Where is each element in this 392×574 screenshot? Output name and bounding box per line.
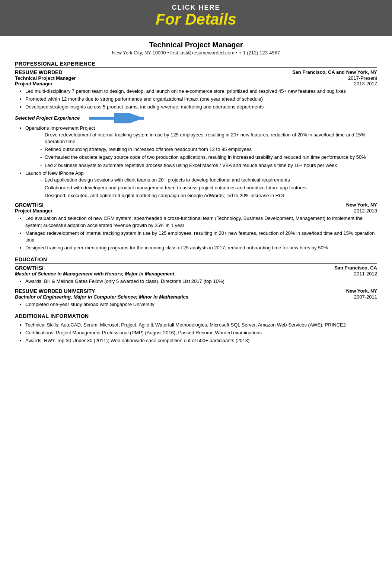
- bullet-item: Led multi-disciplinary 7 person team to …: [25, 88, 377, 95]
- blue-arrow-icon: [89, 113, 149, 123]
- bullet-item: Promoted within 12 months due to strong …: [25, 96, 377, 102]
- bullet-item: Awards: Bill & Melinda Gates Fellow (onl…: [25, 278, 377, 285]
- school-rw-university: RESUME WORDED UNIVERSITY New York, NY Ba…: [15, 288, 377, 308]
- resume-contact: New York City, NY 10000 • first.last@res…: [15, 50, 377, 56]
- sub-bullet: Collaborated with developers and product…: [40, 184, 377, 191]
- company-location-growthsi: New York, NY: [346, 202, 377, 208]
- additional-bullet-awards: Awards: RW's Top 30 Under 30 (2011); Won…: [25, 337, 377, 344]
- job-title-1: Technical Project Manager: [15, 75, 348, 81]
- bullet-item: Managed redevelopment of internal tracki…: [25, 230, 377, 243]
- additional-bullet-skills: Technical Skills: AutoCAD, Scrum, Micros…: [25, 322, 377, 328]
- project-ops-list: Operations Improvement Project Drove red…: [25, 125, 377, 199]
- section-professional-experience: PROFESSIONAL EXPERIENCE: [15, 61, 377, 68]
- sub-bullet: Designed, executed, and optimized digita…: [40, 192, 377, 199]
- job-resume-worded: RESUME WORDED San Francisco, CA and New …: [15, 69, 377, 199]
- sub-bullet: Overhauled the obsolete legacy source co…: [40, 154, 377, 161]
- sub-bullet: Refined outsourcing strategy, resulting …: [40, 146, 377, 153]
- selected-project-header: Selected Project Experience: [15, 113, 377, 123]
- project-title-iphone: Launch of New iPhone App Led application…: [25, 170, 377, 199]
- school-name-growthsi: GROWTHSI: [15, 265, 334, 271]
- resume-name: Technical Project Manager: [15, 41, 377, 49]
- additional-bullets: Technical Skills: AutoCAD, Scrum, Micros…: [25, 322, 377, 344]
- school-degree-growthsi: Master of Science in Management with Hon…: [15, 271, 354, 277]
- bullet-item: Led evaluation and selection of new CRM …: [25, 215, 377, 228]
- school-location-rwu: New York, NY: [346, 288, 377, 294]
- job-rw-bullets: Led multi-disciplinary 7 person team to …: [25, 88, 377, 111]
- job-growthsi: GROWTHSI New York, NY Project Manager 20…: [15, 202, 377, 251]
- additional-bullet-certs: Certifications: Project Management Profe…: [25, 329, 377, 336]
- resume-body: Technical Project Manager New York City,…: [0, 36, 392, 353]
- school-dates-rwu: 2007-2011: [354, 294, 377, 300]
- bullet-item: Developed strategic insights across 5 pr…: [25, 104, 377, 110]
- bullet-item: Designed training and peer-mentoring pro…: [25, 245, 377, 251]
- company-name-growthsi: GROWTHSI: [15, 202, 346, 208]
- school-growthsi-bullets: Awards: Bill & Melinda Gates Fellow (onl…: [25, 278, 377, 285]
- project-title-ops: Operations Improvement Project Drove red…: [25, 125, 377, 169]
- iphone-sub-bullets: Led application design sessions with cli…: [40, 177, 377, 199]
- job-title-2: Project Manager: [15, 81, 354, 86]
- sub-bullet: Drove redevelopment of internal tracking…: [40, 132, 377, 145]
- growthsi-job-date: 2012-2013: [354, 208, 377, 214]
- header-banner[interactable]: CLICK HERE For Details FIRST LAST: [0, 0, 392, 36]
- sub-bullet: Led application design sessions with cli…: [40, 177, 377, 183]
- school-growthsi: GROWTHSI San Francisco, CA Master of Sci…: [15, 265, 377, 285]
- school-degree-rwu: Bachelor of Engineering, Major in Comput…: [15, 294, 354, 300]
- company-name-resume-worded: RESUME WORDED: [15, 69, 292, 75]
- sub-bullet: Led 2 business analysts to automate repe…: [40, 162, 377, 169]
- name-overlay: FIRST LAST: [0, 24, 392, 34]
- growthsi-job-title: Project Manager: [15, 208, 354, 214]
- school-location-growthsi: San Francisco, CA: [334, 265, 377, 271]
- section-additional: ADDITIONAL INFORMATION: [15, 313, 377, 320]
- section-education: EDUCATION: [15, 256, 377, 264]
- school-rwu-bullets: Completed one-year study abroad with Sin…: [25, 301, 377, 308]
- school-dates-growthsi: 2011-2012: [354, 271, 377, 277]
- ops-sub-bullets: Drove redevelopment of internal tracking…: [40, 132, 377, 169]
- job-date-2: 2013-2017: [354, 81, 377, 86]
- school-name-rwu: RESUME WORDED UNIVERSITY: [15, 288, 346, 294]
- company-location-resume-worded: San Francisco, CA and New York, NY: [292, 69, 377, 75]
- bullet-item: Completed one-year study abroad with Sin…: [25, 301, 377, 308]
- growthsi-bullets: Led evaluation and selection of new CRM …: [25, 215, 377, 251]
- job-date-1: 2017-Present: [348, 75, 377, 81]
